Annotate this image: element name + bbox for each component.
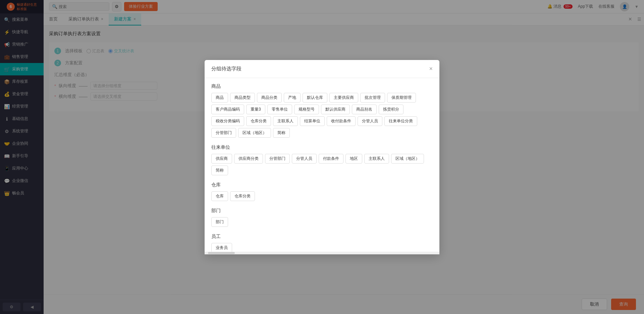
modal-close-btn[interactable]: × — [429, 65, 433, 72]
section-title-部门: 部门 — [211, 208, 433, 214]
field-tags-仓库: 仓库仓库分类 — [211, 191, 433, 201]
field-tag-默认供应商[interactable]: 默认供应商 — [321, 105, 350, 114]
field-tag-批次管理[interactable]: 批次管理 — [360, 93, 385, 103]
field-tag-零售单位[interactable]: 零售单位 — [267, 105, 292, 114]
field-tag-仓库分类[interactable]: 仓库分类 — [230, 191, 255, 201]
field-tag-简称[interactable]: 简称 — [211, 166, 228, 175]
field-tag-税收分类编码[interactable]: 税收分类编码 — [211, 116, 244, 126]
field-tags-商品: 商品商品类型商品分类产地默认仓库主要供应商批次管理保质期管理客户商品编码重量3零… — [211, 93, 433, 138]
overlay: 分组待选字段 × 商品商品商品类型商品分类产地默认仓库主要供应商批次管理保质期管… — [0, 0, 644, 314]
section-title-仓库: 仓库 — [211, 182, 433, 188]
section-title-商品: 商品 — [211, 83, 433, 89]
field-tag-商品[interactable]: 商品 — [211, 93, 228, 103]
field-tag-商品类型[interactable]: 商品类型 — [230, 93, 255, 103]
field-tag-供应商分类[interactable]: 供应商分类 — [234, 154, 263, 164]
field-tag-地区[interactable]: 地区 — [345, 154, 362, 164]
field-tags-部门: 部门 — [211, 217, 433, 227]
field-tag-供应商[interactable]: 供应商 — [211, 154, 232, 164]
field-tag-客户商品编码[interactable]: 客户商品编码 — [211, 105, 244, 114]
field-tags-往来单位: 供应商供应商分类分管部门分管人员付款条件地区主联系人区域（地区）简称 — [211, 154, 433, 175]
modal-hscrollbar[interactable] — [205, 252, 439, 254]
field-tag-区域（地区）[interactable]: 区域（地区） — [391, 154, 424, 164]
field-tag-分管人员[interactable]: 分管人员 — [292, 154, 317, 164]
field-tag-部门[interactable]: 部门 — [211, 217, 228, 227]
field-tag-拣货积分[interactable]: 拣货积分 — [379, 105, 404, 114]
field-tag-主联系人[interactable]: 主联系人 — [364, 154, 389, 164]
section-部门: 部门部门 — [211, 208, 433, 227]
field-tag-付款条件[interactable]: 付款条件 — [319, 154, 343, 164]
field-tag-主联系人[interactable]: 主联系人 — [273, 116, 298, 126]
field-tag-保质期管理[interactable]: 保质期管理 — [387, 93, 416, 103]
field-tag-主要供应商[interactable]: 主要供应商 — [329, 93, 358, 103]
section-员工: 员工业务员 — [211, 234, 433, 252]
section-商品: 商品商品商品类型商品分类产地默认仓库主要供应商批次管理保质期管理客户商品编码重量… — [211, 83, 433, 138]
field-tag-分管部门[interactable]: 分管部门 — [265, 154, 290, 164]
section-title-往来单位: 往来单位 — [211, 144, 433, 150]
section-仓库: 仓库仓库仓库分类 — [211, 182, 433, 201]
field-tag-默认仓库[interactable]: 默认仓库 — [303, 93, 327, 103]
field-tags-员工: 业务员 — [211, 243, 433, 252]
field-tag-规格型号[interactable]: 规格型号 — [294, 105, 319, 114]
field-tag-结算单位[interactable]: 结算单位 — [300, 116, 325, 126]
modal-body[interactable]: 商品商品商品类型商品分类产地默认仓库主要供应商批次管理保质期管理客户商品编码重量… — [205, 78, 439, 252]
modal-title: 分组待选字段 — [211, 66, 241, 72]
field-tag-仓库[interactable]: 仓库 — [211, 191, 228, 201]
field-tag-业务员[interactable]: 业务员 — [211, 243, 232, 252]
field-tag-简称[interactable]: 简称 — [273, 128, 290, 138]
section-往来单位: 往来单位供应商供应商分类分管部门分管人员付款条件地区主联系人区域（地区）简称 — [211, 144, 433, 175]
field-tag-收付款条件[interactable]: 收付款条件 — [327, 116, 356, 126]
field-tag-区域（地区）[interactable]: 区域（地区） — [238, 128, 271, 138]
modal-hscroll-thumb — [208, 252, 235, 254]
field-tag-仓库分类[interactable]: 仓库分类 — [246, 116, 271, 126]
field-tag-产地[interactable]: 产地 — [284, 93, 301, 103]
field-tag-分管部门[interactable]: 分管部门 — [211, 128, 236, 138]
section-title-员工: 员工 — [211, 234, 433, 240]
field-tag-分管人员[interactable]: 分管人员 — [358, 116, 382, 126]
field-tag-商品分类[interactable]: 商品分类 — [257, 93, 282, 103]
modal-header: 分组待选字段 × — [205, 60, 439, 78]
field-tag-商品别名[interactable]: 商品别名 — [352, 105, 377, 114]
field-tag-往来单位分类[interactable]: 往来单位分类 — [384, 116, 417, 126]
modal: 分组待选字段 × 商品商品商品类型商品分类产地默认仓库主要供应商批次管理保质期管… — [205, 60, 439, 254]
field-tag-重量3[interactable]: 重量3 — [246, 105, 265, 114]
